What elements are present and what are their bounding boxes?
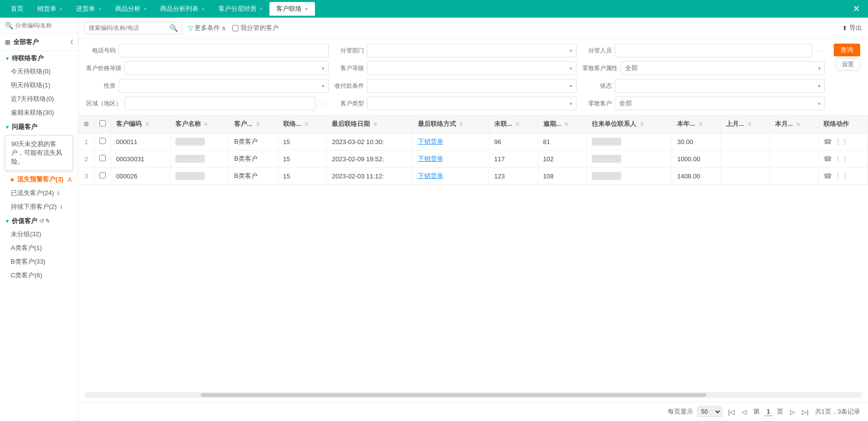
edit-icon[interactable]: ✎ [45,218,50,224]
sidebar-section-problem[interactable]: ▼ 问题客户 [0,120,78,133]
sidebar-item-7days[interactable]: 近7天待联络(0) [0,92,78,106]
sidebar-search-input[interactable] [15,22,73,29]
sidebar-item-ungrouped[interactable]: 未分组(32) [0,227,78,241]
search-button[interactable]: 🔍 [169,24,178,32]
row-checkbox[interactable] [99,138,106,144]
sidebar-section-pending[interactable]: ▼ 待联络客户 [0,51,78,65]
more-icon[interactable]: ··· [815,47,825,54]
sort-icon[interactable]: ⇅ [145,122,149,127]
contact-method-link[interactable]: 下销货单 [418,172,443,179]
first-page-button[interactable]: |◁ [726,408,737,416]
col-settings[interactable]: ⚙ [78,116,95,133]
settings-icon[interactable]: ⚙ [83,121,89,128]
tab-product-list[interactable]: 商品分析列表 × [153,2,211,16]
page-label: 第 [751,407,762,417]
sort-icon[interactable]: ⇅ [747,122,751,127]
col-action-label: 联络动作 [823,120,849,127]
status-select[interactable]: ▾ [615,79,825,93]
per-page-select[interactable]: 50 100 200 [697,406,722,417]
sidebar-item-class-b[interactable]: B类客户(33) [0,255,78,269]
close-icon[interactable]: × [260,6,263,12]
sidebar-item-overdue[interactable]: 逾期未联络(30) [0,106,78,120]
sort-icon[interactable]: ⇅ [515,122,519,127]
phone-input[interactable] [119,44,329,57]
phone-label: 电话号码 [86,47,116,55]
customer-type-select[interactable]: ▾ [367,97,577,110]
chevron-down-icon: ▾ [322,83,324,89]
payment-select[interactable]: ▾ [367,79,577,93]
settings-button[interactable]: 设置 [836,58,860,71]
sidebar-item-tomorrow[interactable]: 明天待联络(1) [0,78,78,92]
sort-icon[interactable]: ⇅ [699,122,702,127]
action-phone-icon[interactable]: ☎ [823,138,832,146]
sidebar-item-churned[interactable]: 已流失客户(24) ℹ [0,186,78,200]
filter-search-input[interactable] [89,25,168,31]
sidebar-all-customers[interactable]: ⊞ 全部客户 《 [0,34,78,51]
close-icon[interactable]: × [59,6,62,12]
sidebar-item-declining[interactable]: 持续下滑客户(2) ℹ [0,200,78,214]
tab-customer-tier[interactable]: 客户分层经营 × [212,2,269,16]
sort-icon[interactable]: ⇅ [256,122,260,127]
action-phone-icon[interactable]: ☎ [823,172,832,180]
row-contact: 15 [278,168,327,185]
sort-icon[interactable]: ⇅ [204,122,208,127]
query-button[interactable]: 查询 [834,44,860,56]
retail-attr-select[interactable]: 全部 ▾ [621,61,825,75]
close-icon[interactable]: × [98,6,101,12]
nature-select[interactable]: ▾ [119,79,329,93]
my-customers-checkbox[interactable]: 我分管的客户 [232,24,279,32]
col-this-month-label: 本月... [775,120,793,127]
retail-customer-select[interactable]: 全部 ▾ [615,97,825,110]
col-code: 客户编码 ⇅ [111,116,170,133]
select-all-checkbox[interactable] [99,120,106,126]
action-more-icon[interactable]: ⋮⋮ [835,155,848,163]
customer-level-select[interactable]: ▾ [367,61,577,75]
row-checkbox[interactable] [99,172,106,178]
close-icon[interactable]: × [305,6,308,12]
sort-icon[interactable]: ⇅ [304,122,308,127]
scrollbar-thumb[interactable] [201,393,706,397]
row-type: B类客户 [229,168,278,185]
sort-icon[interactable]: ⇅ [564,122,568,127]
tab-customer-contact[interactable]: 客户联络 × [269,2,314,16]
tab-sales[interactable]: 销货单 × [30,2,69,16]
region-input[interactable] [124,97,316,110]
more-icon[interactable]: ··· [319,99,329,107]
sort-icon[interactable]: ⇅ [373,122,377,127]
adv-field-customer-level: 客户等级 ▾ [335,61,577,75]
person-input[interactable] [615,44,812,57]
window-close-button[interactable]: ✕ [849,3,864,14]
sort-icon[interactable]: ⇅ [796,122,800,127]
tab-product-analysis[interactable]: 商品分析 × [108,2,153,16]
action-phone-icon[interactable]: ☎ [823,155,832,163]
my-customers-check[interactable] [232,25,239,31]
sidebar-item-class-c[interactable]: C类客户(6) [0,269,78,282]
horizontal-scrollbar[interactable] [84,392,862,398]
sidebar-item-churn-warning[interactable]: 流失预警客户(3) ⚠ [0,173,78,186]
prev-page-button[interactable]: ◁ [739,408,749,416]
price-level-select[interactable]: ▾ [124,61,329,75]
row-num: 1 [78,133,95,150]
page-label-end: 页 [774,407,786,417]
close-icon[interactable]: × [201,6,204,12]
export-button[interactable]: ⬆ 导出 [842,24,862,32]
sidebar-item-class-a[interactable]: A类客户(1) [0,241,78,255]
close-icon[interactable]: × [144,6,146,12]
tab-purchase[interactable]: 进货单 × [69,2,108,16]
sort-icon[interactable]: ⇅ [459,122,463,127]
more-conditions-button[interactable]: ▽ 更多条件 ∧ [188,24,226,32]
sidebar-section-value[interactable]: ▼ 价值客户 ↺ ✎ [0,214,78,227]
sort-icon[interactable]: ⇅ [640,122,644,127]
contact-method-link[interactable]: 下销货单 [418,138,443,145]
col-checkbox[interactable] [95,116,111,133]
refresh-icon[interactable]: ↺ [39,218,44,224]
last-page-button[interactable]: ▷| [799,408,811,416]
row-checkbox[interactable] [99,155,106,161]
next-page-button[interactable]: ▷ [788,408,797,416]
contact-method-link[interactable]: 下销货单 [418,155,443,162]
action-more-icon[interactable]: ⋮⋮ [835,172,848,180]
action-more-icon[interactable]: ⋮⋮ [835,138,848,146]
tab-home[interactable]: 首页 [4,2,30,16]
sidebar-item-today[interactable]: 今天待联络(0) [0,65,78,78]
dept-select[interactable]: ▾ [367,44,577,57]
